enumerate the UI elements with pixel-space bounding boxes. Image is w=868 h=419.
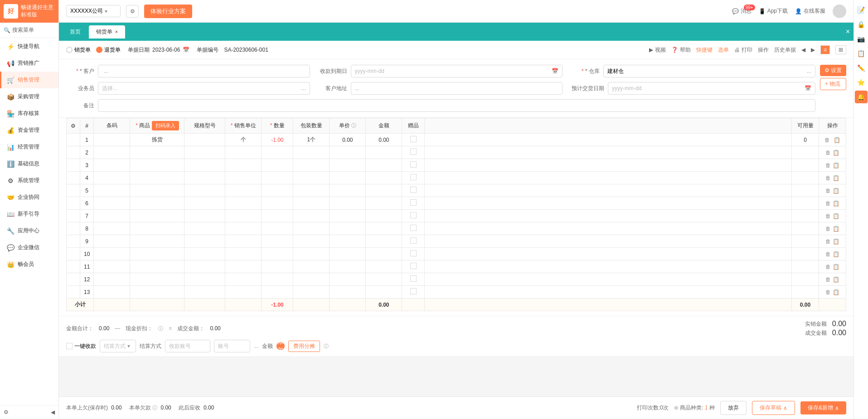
row-amount[interactable]: 0.00: [366, 134, 402, 146]
warehouse-input[interactable]: 建材仓 ...: [603, 65, 815, 77]
app-download-button[interactable]: 📱 App下载: [759, 7, 788, 15]
delete-icon[interactable]: 🗑: [825, 188, 831, 194]
delete-icon[interactable]: 🗑: [825, 276, 831, 283]
save-draft-button[interactable]: 保存草稿 ∧: [752, 401, 795, 415]
customer-input[interactable]: ...: [98, 65, 310, 77]
sidebar-item-enterprise[interactable]: 🤝 企业协同: [0, 189, 58, 206]
layout-btn-1[interactable]: ≡: [820, 45, 830, 54]
delete-icon[interactable]: 🗑: [825, 289, 831, 295]
settings-button[interactable]: ⚙ 设置: [820, 65, 846, 76]
rt-btn-alert[interactable]: 🔔: [855, 91, 868, 103]
row-gift[interactable]: [402, 134, 425, 146]
rt-btn-edit[interactable]: ✏️: [855, 62, 868, 74]
shortcut-btn[interactable]: 快捷键: [696, 46, 713, 54]
copy-icon[interactable]: 📋: [833, 264, 839, 270]
copy-icon[interactable]: 📋: [833, 289, 839, 295]
sidebar-item-system[interactable]: ⚙ 系统管理: [0, 172, 58, 189]
sidebar-search[interactable]: 🔍 搜索菜单: [0, 23, 58, 38]
copy-icon[interactable]: 📋: [833, 188, 839, 194]
sidebar-settings-icon[interactable]: ⚙: [4, 409, 9, 415]
delete-icon[interactable]: 🗑: [825, 200, 831, 207]
delete-icon[interactable]: 🗑: [825, 264, 831, 270]
select-order-btn[interactable]: 选单: [718, 46, 729, 54]
row-spec[interactable]: [184, 134, 225, 146]
sidebar-item-basic-info[interactable]: ℹ️ 基础信息: [0, 155, 58, 172]
trial-button[interactable]: 体验行业方案: [144, 5, 192, 18]
print-btn[interactable]: 🖨 打印: [734, 46, 752, 54]
video-btn[interactable]: ▶ 视频: [649, 46, 666, 54]
one-click-pay-check[interactable]: [66, 343, 73, 349]
copy-icon[interactable]: 📋: [833, 200, 839, 207]
sidebar-item-wechat[interactable]: 💬 企业微信: [0, 239, 58, 256]
sidebar-item-guide[interactable]: 📖 新手引导: [0, 206, 58, 222]
delete-icon[interactable]: 🗑: [825, 238, 831, 245]
sidebar-item-sales[interactable]: 🛒 销售管理: [0, 72, 58, 88]
rt-btn-star[interactable]: ⭐: [855, 76, 868, 89]
topbar-gear-button[interactable]: ⚙: [126, 5, 139, 18]
tab-close-icon[interactable]: ×: [115, 29, 118, 34]
rt-btn-notes[interactable]: 📝: [855, 4, 868, 16]
one-click-pay-checkbox[interactable]: 一键收款: [66, 342, 96, 350]
row-product[interactable]: 拣货: [130, 134, 184, 146]
prev-record-btn[interactable]: ◀: [801, 47, 805, 53]
sidebar-collapse-icon[interactable]: ◀: [51, 409, 55, 415]
th-settings[interactable]: ⚙: [67, 118, 80, 134]
row-pack-qty[interactable]: 1个: [293, 134, 330, 146]
discard-button[interactable]: 放弃: [720, 401, 747, 415]
receive-date-input[interactable]: yyyy-mm-dd 📅: [351, 65, 563, 77]
expense-split-button[interactable]: 费用分摊: [288, 341, 320, 352]
tabbar-close-button[interactable]: ×: [846, 28, 850, 36]
expected-date-input[interactable]: yyyy-mm-dd 📅: [608, 82, 815, 95]
sidebar-item-inventory[interactable]: 🏪 库存核算: [0, 105, 58, 122]
remark-input[interactable]: [98, 99, 815, 112]
message-button[interactable]: 💬 消息 99+: [732, 7, 752, 15]
copy-icon[interactable]: 📋: [833, 149, 839, 156]
row-unit[interactable]: 个: [225, 134, 262, 146]
sidebar-item-member[interactable]: 👑 畅会员: [0, 256, 58, 273]
copy-icon[interactable]: 📋: [833, 175, 839, 181]
rt-btn-photo[interactable]: 📷: [855, 33, 868, 45]
settle-method-input[interactable]: 结算方式 ▾: [100, 340, 136, 352]
sidebar-item-operations[interactable]: 📊 经营管理: [0, 139, 58, 155]
delete-icon[interactable]: 🗑: [825, 149, 831, 156]
tab-home[interactable]: 首页: [63, 25, 88, 39]
delete-icon[interactable]: 🗑: [824, 137, 830, 143]
operation-btn[interactable]: 操作: [758, 46, 769, 54]
sidebar-item-marketing[interactable]: 📢 营销推广: [0, 55, 58, 72]
history-btn[interactable]: 历史单据: [774, 46, 796, 54]
delete-icon[interactable]: 🗑: [825, 175, 831, 181]
row-barcode[interactable]: [94, 134, 130, 146]
copy-icon[interactable]: 📋: [833, 276, 839, 283]
sidebar-item-quick-nav[interactable]: ⚡ 快捷导航: [0, 38, 58, 55]
sidebar-item-finance[interactable]: 💰 资金管理: [0, 122, 58, 139]
copy-icon[interactable]: 📋: [833, 226, 839, 232]
customer-addr-input[interactable]: ...: [351, 82, 563, 95]
copy-icon[interactable]: 📋: [833, 213, 839, 219]
add-payment-button[interactable]: 添加: [276, 342, 285, 350]
copy-icon[interactable]: 📋: [833, 238, 839, 245]
account-placeholder-input[interactable]: 账号: [214, 340, 250, 352]
bank-account-input[interactable]: 收款账号: [165, 340, 210, 352]
company-selector[interactable]: XXXXXX公司 ▾: [66, 5, 121, 17]
gift-checkbox[interactable]: [410, 136, 417, 142]
sidebar-item-purchase[interactable]: 📦 采购管理: [0, 88, 58, 105]
user-avatar[interactable]: [833, 5, 846, 18]
row-price[interactable]: 0.00: [330, 134, 366, 146]
copy-icon[interactable]: 📋: [834, 137, 840, 143]
calendar-icon[interactable]: 📅: [183, 47, 189, 53]
next-record-btn[interactable]: ▶: [811, 47, 815, 53]
delete-icon[interactable]: 🗑: [825, 213, 831, 219]
help-btn[interactable]: ❓ 帮助: [671, 46, 691, 54]
radio-return-order[interactable]: 退货单: [96, 46, 121, 54]
row-qty[interactable]: -1.00: [262, 134, 293, 146]
layout-btn-2[interactable]: ⊞: [835, 45, 846, 54]
radio-sales-order[interactable]: 销货单: [66, 46, 91, 54]
rt-btn-clipboard[interactable]: 📋: [855, 47, 868, 60]
scan-barcode-button[interactable]: 扫码录入: [152, 121, 179, 130]
delete-icon[interactable]: 🗑: [825, 226, 831, 232]
copy-icon[interactable]: 📋: [833, 251, 839, 257]
tab-sales-order[interactable]: 销货单 ×: [89, 25, 125, 39]
rt-btn-lock[interactable]: 🔒: [855, 18, 868, 31]
logistics-button[interactable]: + 物流: [820, 78, 846, 90]
sidebar-item-app-center[interactable]: 🔧 应用中心: [0, 222, 58, 239]
